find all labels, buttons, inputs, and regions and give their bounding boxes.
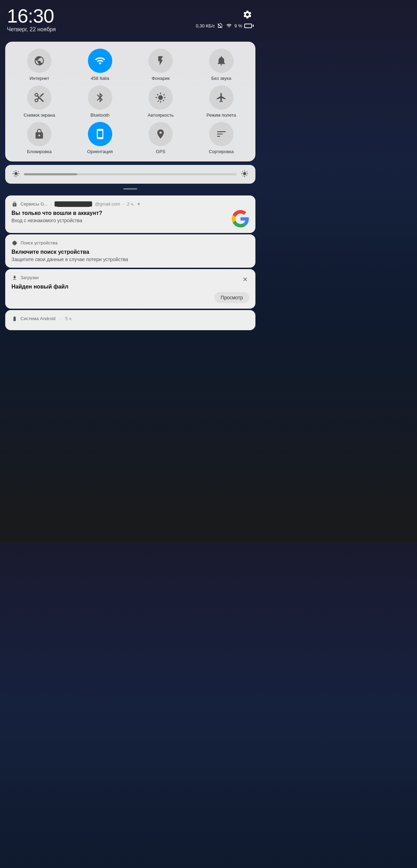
qs-circle-auto-brightness: A [148, 85, 173, 110]
flashlight-icon [155, 55, 166, 66]
lock-icon [34, 128, 45, 140]
clock: 16:30 [7, 6, 56, 26]
notif-header-downloads: Загрузки [11, 275, 249, 281]
notif-app-name-google: Сервисы G... [21, 201, 48, 207]
qs-label-auto-brightness: Автояркость [148, 112, 174, 118]
notif-header-android: Система Android · 5 ч. [11, 316, 249, 322]
qs-circle-gps [148, 122, 173, 146]
notif-body-google: Вы только что вошли в аккаунт? Вход с не… [11, 210, 249, 227]
chevron-down-icon: ▾ [138, 201, 140, 207]
auto-brightness-icon: A [155, 92, 166, 103]
close-button[interactable]: ✕ [240, 275, 250, 284]
qs-circle-lock [27, 122, 51, 146]
qs-circle-airplane [209, 85, 234, 110]
quick-settings-grid: Интернет 458 Italia Фонарик [10, 49, 250, 155]
settings-button[interactable] [241, 8, 254, 21]
qs-label-wifi: 458 Italia [91, 76, 109, 81]
qs-item-orientation[interactable]: Ориентация [71, 122, 129, 155]
notif-title-device-search: Включите поиск устройства [11, 249, 249, 255]
notif-app-name-downloads: Загрузки [21, 275, 39, 280]
airplane-icon [216, 92, 227, 103]
notif-subtitle-google: Вход с незнакомого устройства [11, 218, 228, 223]
notif-subtitle-device-search: Защитите свои данные в случае потери уст… [11, 257, 249, 262]
notif-header-device-search: Поиск устройства [11, 240, 249, 246]
bell-icon [216, 55, 227, 66]
wifi-qs-icon [95, 55, 106, 66]
qs-item-internet[interactable]: Интернет [10, 49, 68, 81]
notif-card-downloads[interactable]: ✕ Загрузки Найден новый файл Просмотр [5, 269, 255, 309]
notif-header-label-device: Поиск устройства [21, 240, 58, 245]
qs-label-airplane: Режим полета [206, 112, 236, 118]
notif-email-suffix: @gmail.com [95, 201, 120, 207]
qs-item-sort[interactable]: Сортировка [193, 122, 251, 155]
notif-card-google-security[interactable]: Сервисы G... · ██████████ @gmail.com · 2… [5, 195, 255, 233]
notif-app-name-android: Система Android [21, 316, 56, 321]
qs-label-sort: Сортировка [209, 149, 234, 155]
notif-time-android: 5 ч. [65, 316, 72, 321]
qs-label-orientation: Ориентация [87, 149, 113, 155]
android-battery-icon [11, 316, 18, 322]
qs-label-internet: Интернет [30, 76, 49, 81]
notif-title-downloads: Найден новый файл [11, 284, 249, 290]
page-dot [123, 188, 137, 190]
target-icon [11, 240, 18, 246]
status-bar: 16:30 Четверг, 22 ноября 0,30 КБ/с 9 % [0, 0, 261, 38]
view-button[interactable]: Просмотр [214, 292, 249, 303]
notif-text-downloads: Найден новый файл [11, 284, 249, 291]
qs-item-lock[interactable]: Блокировка [10, 122, 68, 155]
qs-circle-silent [209, 49, 234, 73]
qs-item-airplane[interactable]: Режим полета [193, 85, 251, 118]
brightness-max-icon [241, 170, 248, 179]
brightness-slider[interactable] [24, 173, 237, 175]
qs-label-bluetooth: Bluetooth [90, 112, 109, 118]
status-icons: 0,30 КБ/с 9 % [196, 23, 254, 28]
qs-item-auto-brightness[interactable]: A Автояркость [132, 85, 190, 118]
brightness-min-icon [12, 170, 20, 179]
sort-icon [216, 128, 227, 140]
gear-icon [243, 10, 252, 19]
wifi-icon [226, 23, 232, 28]
qs-circle-internet [27, 49, 51, 73]
notif-email-dot: · [50, 201, 52, 207]
qs-item-silent[interactable]: Без звука [193, 49, 251, 81]
qs-item-wifi[interactable]: 458 Italia [71, 49, 129, 81]
lock-notif-icon [11, 201, 18, 207]
qs-item-screenshot[interactable]: Снимок экрана [10, 85, 68, 118]
notif-body-device-search: Включите поиск устройства Защитите свои … [11, 249, 249, 262]
notif-dot-android: · [60, 316, 61, 321]
svg-text:A: A [159, 97, 161, 100]
battery-percent: 9 % [235, 23, 242, 28]
brightness-bar [5, 165, 255, 184]
orientation-icon [95, 128, 106, 140]
sun-small-icon [12, 170, 20, 177]
scissors-icon [34, 92, 45, 103]
qs-circle-sort [209, 122, 234, 146]
notif-time-google: 2 ч. [127, 201, 134, 207]
sun-large-icon [241, 170, 248, 177]
notif-card-device-search[interactable]: Поиск устройства Включите поиск устройст… [5, 234, 255, 268]
notif-header-google: Сервисы G... · ██████████ @gmail.com · 2… [11, 201, 249, 207]
qs-circle-screenshot [27, 85, 51, 110]
qs-label-lock: Блокировка [27, 149, 52, 155]
internet-icon [34, 55, 45, 66]
date: Четверг, 22 ноября [7, 26, 56, 35]
notif-text-device-search: Включите поиск устройства Защитите свои … [11, 249, 249, 262]
notifications-list: Сервисы G... · ██████████ @gmail.com · 2… [5, 195, 255, 330]
notif-text-google: Вы только что вошли в аккаунт? Вход с не… [11, 210, 228, 223]
qs-item-gps[interactable]: GPS [132, 122, 190, 155]
qs-circle-orientation [88, 122, 112, 146]
notif-card-android[interactable]: Система Android · 5 ч. [5, 310, 255, 330]
qs-item-bluetooth[interactable]: Bluetooth [71, 85, 129, 118]
qs-label-gps: GPS [156, 149, 165, 155]
no-sim-icon [217, 23, 223, 28]
qs-circle-bluetooth [88, 85, 112, 110]
notif-title-google: Вы только что вошли в аккаунт? [11, 210, 228, 216]
page-dots [0, 185, 261, 194]
notif-body-downloads: Найден новый файл [11, 284, 249, 291]
battery-icon [244, 24, 254, 28]
quick-settings-panel: Интернет 458 Italia Фонарик [5, 42, 255, 161]
notif-dot-2: · [123, 201, 124, 207]
qs-item-flashlight[interactable]: Фонарик [132, 49, 190, 81]
notif-email-redacted: ██████████ [55, 201, 92, 207]
qs-label-flashlight: Фонарик [152, 76, 170, 81]
